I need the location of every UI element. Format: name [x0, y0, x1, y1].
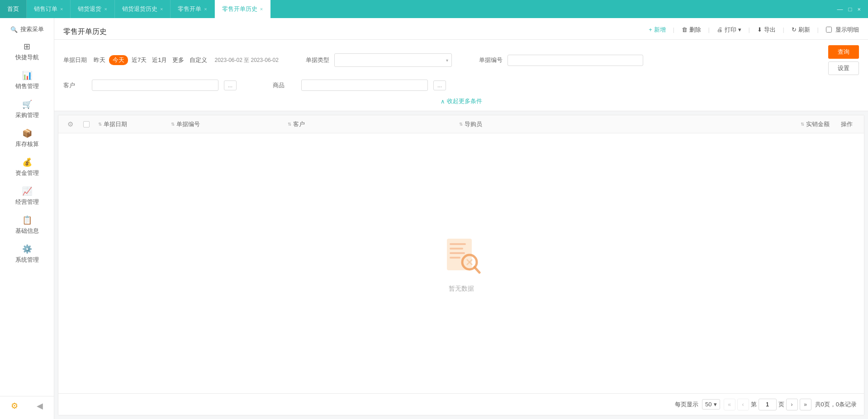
th-amount-label: 实销金额: [806, 120, 830, 128]
table-settings-icon[interactable]: ⚙: [67, 120, 73, 128]
doc-type-select[interactable]: ▾: [334, 53, 452, 67]
sidebar-item-quick-nav[interactable]: ⊞ 快捷导航: [0, 37, 54, 66]
sidebar-search[interactable]: 🔍 搜索采单: [0, 22, 54, 37]
per-page-select[interactable]: 50 ▾: [702, 399, 720, 410]
goods-ellipsis-btn[interactable]: ...: [433, 80, 446, 90]
next-page-btn[interactable]: ›: [786, 399, 798, 410]
date-filter-label: 单据日期: [63, 56, 88, 64]
print-button[interactable]: 🖨 打印 ▾: [717, 26, 741, 34]
select-all-checkbox[interactable]: [83, 121, 90, 127]
doc-no-input[interactable]: [508, 55, 643, 66]
close-btn[interactable]: ×: [857, 6, 861, 13]
yesterday-btn[interactable]: 昨天: [92, 55, 107, 65]
tab-sales-return-history-close[interactable]: ×: [160, 6, 163, 12]
sidebar-item-purchase-mgmt[interactable]: 🛒 采购管理: [0, 95, 54, 124]
tab-retail-open-close[interactable]: ×: [204, 6, 207, 12]
divider5: |: [817, 26, 819, 33]
query-button[interactable]: 查询: [828, 45, 859, 59]
quick-nav-icon: ⊞: [24, 42, 30, 52]
svg-rect-4: [450, 257, 460, 259]
search-icon: 🔍: [10, 26, 18, 33]
display-detail-label: 显示明细: [835, 26, 859, 34]
refresh-button[interactable]: ↻ 刷新: [792, 26, 810, 34]
collapse-btn[interactable]: ∧ 收起更多条件: [441, 97, 482, 105]
sidebar-item-sys-mgmt[interactable]: ⚙️ 系统管理: [0, 240, 54, 268]
tab-retail-open-history[interactable]: 零售开单历史 ×: [215, 0, 270, 18]
divider3: |: [749, 26, 750, 33]
collapse-row: ∧ 收起更多条件: [63, 95, 859, 105]
th-action-label: 操作: [841, 120, 853, 128]
inventory-calc-icon: 📦: [22, 128, 32, 138]
sidebar-item-finance-mgmt[interactable]: 💰 资金管理: [0, 153, 54, 182]
divider4: |: [783, 26, 784, 33]
th-amount[interactable]: ⇅ 实销金额: [771, 120, 833, 128]
divider1: |: [673, 26, 674, 33]
page-suffix: 页: [778, 400, 784, 409]
display-detail-checkbox[interactable]: [826, 27, 832, 33]
page-prefix: 第: [751, 400, 757, 409]
filter-settings-button[interactable]: 设置: [828, 61, 859, 75]
date-shortcuts: 昨天 今天 近7天 近1月 更多 自定义: [92, 55, 209, 65]
filter-section: 单据日期 昨天 今天 近7天 近1月 更多 自定义 2023-06-02 至 2…: [54, 40, 868, 111]
sidebar-inventory-calc-label: 库存核算: [15, 140, 39, 148]
sidebar: 🔍 搜索采单 ⊞ 快捷导航 📊 销售管理 🛒 采购管理 📦 库存核算 💰 资金管…: [0, 18, 54, 419]
delete-button[interactable]: 🗑 删除: [682, 26, 701, 34]
table-header-row: ⚙ ⇅ 单据日期 ⇅ 单据编号 ⇅ 客户 ⇅: [58, 115, 864, 133]
doc-type-label: 单据类型: [306, 56, 331, 64]
custom-btn[interactable]: 自定义: [188, 55, 209, 65]
sidebar-collapse-icon[interactable]: ◀: [37, 401, 43, 411]
display-detail-toggle[interactable]: 显示明细: [826, 26, 859, 34]
export-button[interactable]: ⬇ 导出: [757, 26, 776, 34]
customer-input[interactable]: [92, 80, 218, 91]
sidebar-item-sales-mgmt[interactable]: 📊 销售管理: [0, 66, 54, 95]
sort-icon-order-no: ⇅: [171, 122, 175, 127]
tab-retail-open[interactable]: 零售开单 ×: [171, 0, 214, 18]
tab-home[interactable]: 首页: [0, 0, 27, 18]
prev-page-btn[interactable]: ‹: [737, 399, 749, 410]
sidebar-item-ops-mgmt[interactable]: 📈 经营管理: [0, 182, 54, 211]
page-header: 零售开单历史 + 新增 | 🗑 删除 | 🖨 打印 ▾ | ⬇ 导出 | ↻ 刷…: [54, 18, 868, 40]
th-customer[interactable]: ⇅ 客户: [284, 120, 455, 128]
svg-rect-1: [450, 243, 466, 245]
sidebar-item-basic-info[interactable]: 📋 基础信息: [0, 211, 54, 240]
goods-filter-group: 商品 ...: [273, 80, 446, 91]
first-page-btn[interactable]: «: [724, 399, 735, 410]
finance-mgmt-icon: 💰: [22, 157, 32, 167]
th-order-no[interactable]: ⇅ 单据编号: [167, 120, 284, 128]
pagination-bar: 每页显示 50 ▾ « ‹ 第 页 › » 共0页，0条记录: [58, 393, 864, 415]
th-guide[interactable]: ⇅ 导购员: [455, 120, 545, 128]
minimize-btn[interactable]: —: [837, 6, 843, 13]
per-page-chevron: ▾: [714, 401, 717, 408]
goods-input[interactable]: [301, 80, 428, 91]
last-page-btn[interactable]: »: [800, 399, 811, 410]
today-btn[interactable]: 今天: [109, 55, 128, 65]
customer-ellipsis-btn[interactable]: ...: [224, 80, 237, 90]
last7-btn[interactable]: 近7天: [130, 55, 148, 65]
tab-retail-open-history-close[interactable]: ×: [260, 6, 263, 12]
tab-sales-order[interactable]: 销售订单 ×: [27, 0, 71, 18]
more-btn[interactable]: 更多: [171, 55, 186, 65]
tab-sales-return-history[interactable]: 销货退货历史 ×: [115, 0, 171, 18]
svg-line-6: [474, 267, 479, 273]
top-bar: 首页 销售订单 × 销货退货 × 销货退货历史 × 零售开单 × 零售开单历史 …: [0, 0, 868, 18]
last-month-btn[interactable]: 近1月: [150, 55, 169, 65]
sort-icon-customer: ⇅: [288, 122, 291, 127]
th-date[interactable]: ⇅ 单据日期: [95, 120, 167, 128]
tab-sales-order-close[interactable]: ×: [60, 6, 63, 12]
page-number-input[interactable]: [759, 399, 777, 410]
sidebar-basic-info-label: 基础信息: [15, 227, 39, 235]
sidebar-finance-mgmt-label: 资金管理: [15, 169, 39, 177]
window-controls: — □ ×: [837, 6, 868, 13]
tab-sales-return-close[interactable]: ×: [104, 6, 107, 12]
empty-icon: [439, 234, 484, 279]
tab-sales-return[interactable]: 销货退货 ×: [71, 0, 114, 18]
sidebar-item-inventory-calc[interactable]: 📦 库存核算: [0, 124, 54, 153]
restore-btn[interactable]: □: [849, 6, 852, 13]
table-area: ⚙ ⇅ 单据日期 ⇅ 单据编号 ⇅ 客户 ⇅: [58, 115, 864, 415]
tab-sales-order-label: 销售订单: [34, 5, 57, 13]
empty-state: 暂无数据: [58, 133, 864, 393]
add-button[interactable]: + 新增: [649, 26, 665, 34]
doc-type-select-wrap: ▾: [334, 53, 452, 67]
collapse-icon: ∧: [441, 98, 445, 105]
sidebar-settings-icon[interactable]: ⚙: [11, 401, 18, 411]
